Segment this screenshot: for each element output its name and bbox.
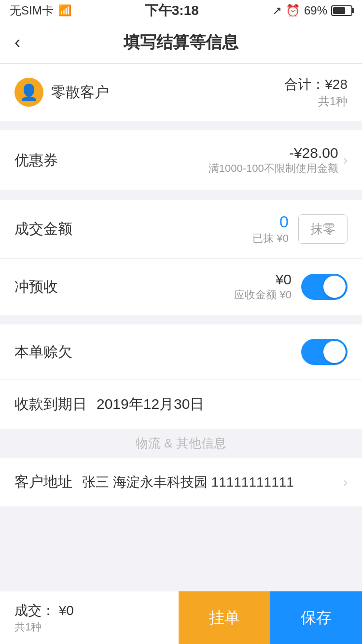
debt-label: 本单赊欠 xyxy=(14,342,72,362)
coupon-section[interactable]: 优惠券 -¥28.00 满1000-100不限制使用金额 › xyxy=(0,130,362,190)
content: 👤 零散客户 合计：¥28 共1种 优惠券 -¥28.00 满1000-100不… xyxy=(0,64,362,564)
bottom-summary-line1: 成交： ¥0 xyxy=(14,602,164,620)
prepay-row: 冲预收 ¥0 应收金额 ¥0 xyxy=(0,259,362,315)
address-value: 张三 海淀永丰科技园 11111111111 xyxy=(82,473,343,491)
alarm-icon: ⏰ xyxy=(286,4,300,17)
address-section[interactable]: 客户地址 张三 海淀永丰科技园 11111111111 › xyxy=(0,458,362,506)
chevron-right-icon: › xyxy=(343,153,348,168)
transaction-label: 成交金额 xyxy=(14,219,72,239)
logistics-separator: 物流 & 其他信息 xyxy=(0,429,362,458)
status-right: ↗ ⏰ 69% xyxy=(272,4,352,17)
separator-1 xyxy=(0,121,362,130)
bottom-bar: 成交： ¥0 共1种 挂单 保存 xyxy=(0,591,362,644)
toggle-knob xyxy=(323,276,346,298)
back-button[interactable]: ‹ xyxy=(14,32,20,53)
bottom-summary-line2: 共1种 xyxy=(14,620,164,634)
address-key: 客户地址 xyxy=(14,472,72,492)
hold-button[interactable]: 挂单 xyxy=(179,591,270,644)
prepay-value-group: ¥0 应收金额 ¥0 xyxy=(234,271,292,302)
save-button[interactable]: 保存 xyxy=(270,591,362,644)
coupon-desc: 满1000-100不限制使用金额 xyxy=(209,161,338,176)
customer-count: 共1种 xyxy=(284,94,348,109)
due-date-label: 收款到期日 xyxy=(14,394,87,414)
status-left: 无SIM卡 📶 xyxy=(10,3,71,18)
location-icon: ↗ xyxy=(272,4,282,17)
separator-3 xyxy=(0,315,362,324)
separator-2 xyxy=(0,190,362,200)
debt-toggle-knob xyxy=(323,341,346,363)
transaction-row: 成交金额 0 已抹 ¥0 抹零 xyxy=(0,200,362,259)
customer-right: 合计：¥28 共1种 xyxy=(284,75,348,109)
debt-row: 本单赊欠 xyxy=(0,324,362,380)
transaction-sub: 已抹 ¥0 xyxy=(252,231,289,246)
due-date-value: 2019年12月30日 xyxy=(97,394,204,414)
status-time: 下午3:18 xyxy=(145,1,199,20)
customer-total: 合计：¥28 xyxy=(284,75,348,94)
prepay-sub: 应收金额 ¥0 xyxy=(234,288,292,302)
debt-toggle[interactable] xyxy=(301,339,348,365)
customer-left: 👤 零散客户 xyxy=(14,78,109,107)
customer-section: 👤 零散客户 合计：¥28 共1种 xyxy=(0,64,362,121)
transaction-amount: 0 xyxy=(252,212,289,231)
coupon-right: -¥28.00 满1000-100不限制使用金额 › xyxy=(209,145,348,176)
bottom-summary: 成交： ¥0 共1种 xyxy=(0,591,179,644)
avatar: 👤 xyxy=(14,78,43,107)
prepay-label: 冲预收 xyxy=(14,277,58,297)
round-zero-button[interactable]: 抹零 xyxy=(298,214,348,244)
debt-section: 本单赊欠 收款到期日 2019年12月30日 xyxy=(0,324,362,429)
prepay-right: ¥0 应收金额 ¥0 xyxy=(234,271,348,302)
carrier-text: 无SIM卡 xyxy=(10,3,54,18)
coupon-info: -¥28.00 满1000-100不限制使用金额 xyxy=(209,145,338,176)
battery-icon xyxy=(331,5,352,16)
nav-bar: ‹ 填写结算等信息 xyxy=(0,21,362,64)
prepay-toggle[interactable] xyxy=(301,274,348,300)
due-date-row: 收款到期日 2019年12月30日 xyxy=(0,380,362,429)
prepay-amount: ¥0 xyxy=(234,271,292,288)
transaction-section: 成交金额 0 已抹 ¥0 抹零 冲预收 ¥0 应收金额 ¥0 xyxy=(0,200,362,315)
coupon-discount: -¥28.00 xyxy=(209,145,338,161)
transaction-value-group: 0 已抹 ¥0 xyxy=(252,212,289,246)
page-title: 填写结算等信息 xyxy=(124,31,238,54)
battery-percent: 69% xyxy=(304,4,327,17)
status-bar: 无SIM卡 📶 下午3:18 ↗ ⏰ 69% xyxy=(0,0,362,21)
logistics-label: 物流 & 其他信息 xyxy=(136,435,226,452)
transaction-right: 0 已抹 ¥0 抹零 xyxy=(252,212,348,246)
address-chevron-icon: › xyxy=(343,475,348,490)
customer-name: 零散客户 xyxy=(51,83,109,102)
wifi-icon: 📶 xyxy=(58,4,71,17)
coupon-label: 优惠券 xyxy=(14,151,58,170)
